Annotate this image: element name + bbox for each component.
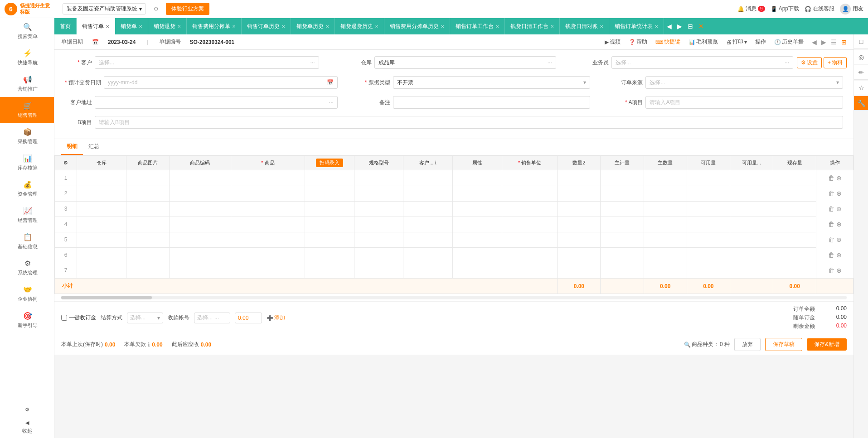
tab-sales-invoice[interactable]: 销货单 ✕ bbox=[115, 18, 148, 34]
copy-icon[interactable]: ⊕ bbox=[836, 236, 842, 243]
payment-method-select[interactable]: 选择... ▾ bbox=[127, 313, 163, 323]
tab-sales-stats[interactable]: 销售订单统计表 ✕ bbox=[609, 18, 664, 34]
sidebar-item-collab[interactable]: 🤝 企业协同 bbox=[0, 281, 54, 307]
save-draft-btn[interactable]: 保存草稿 bbox=[765, 338, 802, 351]
amount-input[interactable]: 0.00 bbox=[235, 313, 262, 323]
b-project-input-wrapper[interactable]: 请输入B项目 bbox=[95, 116, 843, 129]
tab-close-icon[interactable]: ✕ bbox=[600, 24, 603, 29]
date-picker-icon[interactable]: 📅 bbox=[327, 79, 334, 86]
tab-home[interactable]: 首页 bbox=[54, 18, 77, 34]
layout-grid-icon[interactable]: ⊞ bbox=[841, 39, 847, 46]
sidebar-item-quick-nav[interactable]: ⚡ 快捷导航 bbox=[0, 44, 54, 71]
col-settings-icon[interactable]: ⚙ bbox=[63, 160, 68, 165]
sidebar-item-operations[interactable]: 📈 经营管理 bbox=[0, 202, 54, 228]
tab-close-icon[interactable]: ✕ bbox=[441, 24, 444, 29]
account-more-icon[interactable]: ··· bbox=[214, 315, 219, 321]
copy-icon[interactable]: ⊕ bbox=[836, 221, 842, 228]
tab-summary[interactable]: 汇总 bbox=[83, 139, 105, 155]
delete-icon[interactable]: 🗑 bbox=[828, 190, 834, 197]
industry-btn[interactable]: 体验行业方案 bbox=[166, 3, 209, 15]
layout-list-icon[interactable]: ☰ bbox=[831, 39, 837, 46]
tab-close-icon[interactable]: ✕ bbox=[375, 24, 378, 29]
sidebar-item-marketing[interactable]: 📢 营销推广 bbox=[0, 71, 54, 97]
tab-sales-invoice-history[interactable]: 销货单历史 ✕ bbox=[291, 18, 335, 34]
profit-preview-btn[interactable]: 📊 毛利预览 bbox=[687, 38, 720, 46]
delete-icon[interactable]: 🗑 bbox=[828, 267, 834, 274]
print-btn[interactable]: 🖨 打印 ▾ bbox=[724, 38, 749, 46]
salesperson-more-icon[interactable]: ··· bbox=[785, 59, 789, 66]
add-material-btn[interactable]: + 物料 bbox=[824, 57, 847, 68]
tab-sales-order[interactable]: 销售订单 ✕ bbox=[77, 18, 115, 34]
order-source-input-wrapper[interactable]: 选择... ▾ bbox=[645, 76, 843, 89]
delivery-input-wrapper[interactable]: yyyy-mm-dd 📅 bbox=[104, 76, 338, 89]
nav-next-btn[interactable]: ▶ bbox=[821, 39, 826, 46]
help-btn[interactable]: ❓ 帮助 bbox=[627, 38, 649, 46]
online-service-btn[interactable]: 🎧 在线客服 bbox=[805, 5, 834, 13]
tab-sales-order-history[interactable]: 销售订单历史 ✕ bbox=[242, 18, 291, 34]
right-panel-edit-btn[interactable]: ✏ bbox=[854, 65, 868, 80]
delete-icon[interactable]: 🗑 bbox=[828, 205, 834, 212]
salesperson-input-wrapper[interactable]: 选择... ··· bbox=[611, 56, 793, 69]
sidebar-item-finance[interactable]: 💰 资金管理 bbox=[0, 176, 54, 202]
discard-btn[interactable]: 放弃 bbox=[734, 338, 761, 351]
one-click-deposit-input[interactable] bbox=[61, 315, 67, 321]
sidebar-collapse-btn[interactable]: ◀ 收起 bbox=[0, 416, 54, 438]
tab-close-icon[interactable]: ✕ bbox=[495, 24, 499, 29]
tab-daily-reconcile[interactable]: 钱货日清对账 ✕ bbox=[560, 18, 609, 34]
settings-btn[interactable]: ⚙ 设置 bbox=[797, 57, 822, 68]
tab-close-icon[interactable]: ✕ bbox=[106, 24, 109, 29]
right-panel-expand-btn[interactable]: □ bbox=[854, 34, 868, 49]
system-selector[interactable]: 装备及固定资产辅助管理系统 ▾ bbox=[63, 3, 146, 14]
tab-expense-history[interactable]: 销售费用分摊单历史 ✕ bbox=[384, 18, 450, 34]
tab-close-icon[interactable]: ✕ bbox=[281, 24, 285, 29]
copy-icon[interactable]: ⊕ bbox=[836, 267, 842, 274]
copy-icon[interactable]: ⊕ bbox=[836, 205, 842, 212]
tab-close-icon[interactable]: ✕ bbox=[232, 24, 236, 29]
remark-input-wrapper[interactable] bbox=[393, 96, 591, 109]
delete-icon[interactable]: 🗑 bbox=[828, 236, 834, 243]
sidebar-item-guide[interactable]: 🎯 新手引导 bbox=[0, 307, 54, 333]
copy-icon[interactable]: ⊕ bbox=[836, 190, 842, 197]
col-settings[interactable]: ⚙ bbox=[55, 156, 77, 170]
save-new-btn[interactable]: 保存&新增 bbox=[807, 338, 847, 351]
message-btn[interactable]: 🔔 消息 9 bbox=[737, 5, 765, 13]
address-more-icon[interactable]: ··· bbox=[329, 99, 334, 106]
nav-prev-btn[interactable]: ◀ bbox=[812, 39, 817, 46]
tab-sales-return[interactable]: 销货退货 ✕ bbox=[148, 18, 187, 34]
tab-close-all-btn[interactable]: ✕ bbox=[696, 18, 707, 34]
sidebar-item-basic-info[interactable]: 📋 基础信息 bbox=[0, 228, 54, 255]
tab-return-history[interactable]: 销货退货历史 ✕ bbox=[335, 18, 384, 34]
tab-sales-expense[interactable]: 销售费用分摊单 ✕ bbox=[187, 18, 242, 34]
right-panel-star-btn[interactable]: ☆ bbox=[854, 81, 868, 95]
delete-icon[interactable]: 🗑 bbox=[828, 251, 834, 259]
scan-btn[interactable]: 扫码录入 bbox=[316, 159, 343, 167]
one-click-deposit-checkbox[interactable]: 一键收订金 bbox=[61, 314, 96, 322]
user-area[interactable]: 👤 用友 bbox=[840, 4, 863, 14]
sidebar-item-sales[interactable]: 🛒 销售管理 bbox=[0, 97, 54, 123]
tab-prev-btn[interactable]: ◀ bbox=[664, 18, 674, 34]
tab-menu-btn[interactable]: ⊟ bbox=[685, 18, 696, 34]
customer-input-wrapper[interactable]: 选择... ··· bbox=[95, 56, 319, 69]
shortcut-btn[interactable]: ⌨ 快捷键 bbox=[654, 38, 682, 46]
add-payment-btn[interactable]: ➕ 添加 bbox=[267, 314, 285, 322]
delete-icon[interactable]: 🗑 bbox=[828, 221, 834, 228]
settings-gear-icon[interactable]: ⚙ bbox=[150, 3, 162, 15]
tab-detail[interactable]: 明细 bbox=[61, 139, 83, 155]
a-project-input-wrapper[interactable]: 请输入A项目 bbox=[645, 96, 843, 109]
tab-close-icon[interactable]: ✕ bbox=[655, 24, 658, 29]
sidebar-item-inventory[interactable]: 📊 库存核算 bbox=[0, 149, 54, 176]
delete-icon[interactable]: 🗑 bbox=[828, 174, 834, 182]
copy-icon[interactable]: ⊕ bbox=[836, 174, 842, 182]
account-select[interactable]: 选择... ··· bbox=[194, 313, 230, 323]
sidebar-item-system[interactable]: ⚙ 系统管理 bbox=[0, 255, 54, 281]
tab-close-icon[interactable]: ✕ bbox=[139, 24, 142, 29]
tab-close-icon[interactable]: ✕ bbox=[550, 24, 554, 29]
right-panel-history-btn[interactable]: ◎ bbox=[854, 50, 868, 64]
tab-sales-workbench[interactable]: 销售订单工作台 ✕ bbox=[450, 18, 505, 34]
warehouse-more-icon[interactable]: ··· bbox=[548, 59, 552, 66]
copy-icon[interactable]: ⊕ bbox=[836, 251, 842, 259]
tab-close-icon[interactable]: ✕ bbox=[325, 24, 329, 29]
app-download-btn[interactable]: 📱 App下载 bbox=[771, 5, 799, 13]
tab-daily-workbench[interactable]: 钱货日清工作台 ✕ bbox=[505, 18, 560, 34]
right-panel-config-btn[interactable]: 🔧 bbox=[854, 96, 868, 111]
